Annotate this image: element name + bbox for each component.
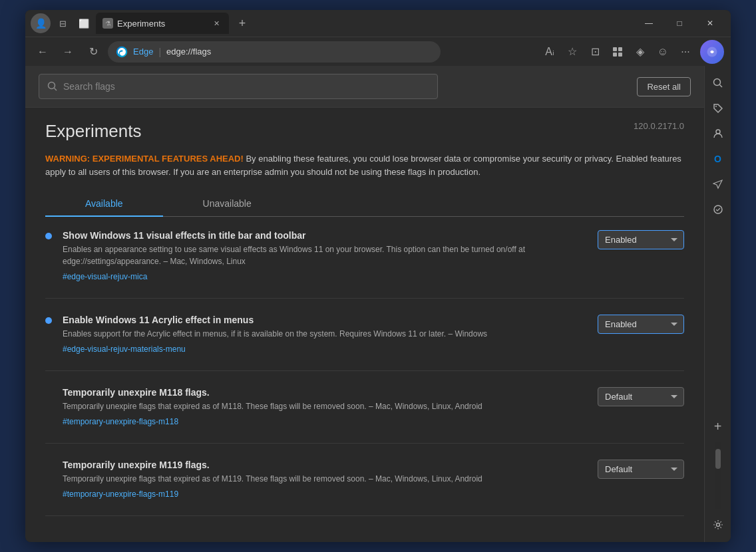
address-bar[interactable]: Edge | edge://flags <box>108 41 441 63</box>
scroll-thumb[interactable] <box>715 449 721 469</box>
version-text: 120.0.2171.0 <box>634 121 684 131</box>
new-tab-btn[interactable]: + <box>232 13 253 34</box>
collections-btn[interactable] <box>607 41 628 63</box>
flag-select-3[interactable]: DefaultEnabledDisabled <box>598 460 684 479</box>
sidebar-add-btn[interactable]: + <box>706 414 730 438</box>
address-divider: | <box>158 47 161 57</box>
flag-item: Temporarily unexpire M119 flags. Tempora… <box>45 460 684 516</box>
search-icon <box>47 81 58 92</box>
title-bar: 👤 ⊟ ⬜ ⚗ Experiments ✕ + — □ ✕ <box>25 10 731 37</box>
edge-logo-icon <box>116 46 128 58</box>
refresh-btn[interactable]: ↻ <box>83 41 104 63</box>
sidebar-messenger-btn[interactable] <box>706 198 730 221</box>
flag-link-1[interactable]: #edge-visual-rejuv-materials-menu <box>63 345 186 354</box>
page-title: Experiments <box>45 121 142 142</box>
flag-select-2[interactable]: DefaultEnabledDisabled <box>598 387 684 406</box>
page-header: Experiments 120.0.2171.0 <box>45 121 684 142</box>
right-sidebar: O + <box>704 66 731 542</box>
reset-all-btn[interactable]: Reset all <box>637 77 691 96</box>
flag-indicator-0 <box>45 233 52 239</box>
active-tab[interactable]: ⚗ Experiments ✕ <box>96 13 229 34</box>
sidebar-tag-btn[interactable] <box>706 96 730 120</box>
flag-info-0: Show Windows 11 visual effects in title … <box>63 230 587 282</box>
profile-icon[interactable]: 👤 <box>31 13 51 33</box>
flag-indicator-1 <box>45 317 52 324</box>
scroll-track <box>715 442 721 509</box>
tab-switcher-btn[interactable]: ⊟ <box>53 14 72 33</box>
flag-name-2: Temporarily unexpire M118 flags. <box>63 387 587 398</box>
flags-content: Experiments 120.0.2171.0 WARNING: EXPERI… <box>25 108 704 542</box>
svg-rect-4 <box>618 53 622 57</box>
flag-info-2: Temporarily unexpire M118 flags. Tempora… <box>63 387 587 427</box>
favorites-btn[interactable]: ☆ <box>562 41 583 63</box>
tab-close-btn[interactable]: ✕ <box>210 17 222 29</box>
flag-desc-0: Enables an appearance setting to use sam… <box>63 243 587 267</box>
search-box-container[interactable] <box>39 74 438 99</box>
svg-rect-1 <box>613 47 617 51</box>
flag-item: Enable Windows 11 Acrylic effect in menu… <box>45 315 684 371</box>
svg-point-11 <box>715 106 717 107</box>
flag-info-1: Enable Windows 11 Acrylic effect in menu… <box>63 315 587 354</box>
tab-favicon: ⚗ <box>102 18 113 29</box>
tab-unavailable[interactable]: Unavailable <box>163 192 291 217</box>
flag-indicator-2 <box>45 390 52 396</box>
flag-control-3: DefaultEnabledDisabled <box>598 460 684 479</box>
copilot-btn[interactable] <box>700 40 724 64</box>
svg-point-14 <box>716 523 719 527</box>
flag-select-0[interactable]: DefaultEnabledDisabled <box>598 230 684 249</box>
flag-desc-2: Temporarily unexpire flags that expired … <box>63 400 587 412</box>
sidebar-outlook-btn[interactable]: O <box>706 147 730 171</box>
more-tools-btn[interactable]: ··· <box>675 41 696 63</box>
minimize-btn[interactable]: — <box>634 13 664 34</box>
forward-btn[interactable]: → <box>57 41 79 63</box>
back-btn[interactable]: ← <box>32 41 53 63</box>
svg-line-10 <box>719 85 722 88</box>
read-aloud-btn[interactable]: Aᵢ <box>539 41 560 63</box>
sidebar-settings-btn[interactable] <box>706 513 730 537</box>
navigation-bar: ← → ↻ Edge | edge://flags Aᵢ <box>25 37 731 66</box>
svg-point-9 <box>713 79 720 86</box>
tab-gallery-btn[interactable]: ⬜ <box>75 14 93 33</box>
tab-label: Experiments <box>117 19 165 29</box>
address-text: edge://flags <box>166 47 211 57</box>
wallet-btn[interactable]: ◈ <box>630 41 651 63</box>
maximize-btn[interactable]: □ <box>664 13 695 34</box>
tab-available[interactable]: Available <box>45 192 163 217</box>
flag-control-1: DefaultEnabledDisabled <box>598 315 684 334</box>
flag-select-1[interactable]: DefaultEnabledDisabled <box>598 315 684 334</box>
profiles-btn[interactable]: ☺ <box>652 41 673 63</box>
svg-line-8 <box>55 88 57 91</box>
svg-point-7 <box>49 82 55 89</box>
flag-link-3[interactable]: #temporary-unexpire-flags-m119 <box>63 489 178 499</box>
search-area: Reset all <box>25 66 704 108</box>
sidebar-search-btn[interactable] <box>706 71 730 95</box>
search-input[interactable] <box>63 81 429 92</box>
flag-link-2[interactable]: #temporary-unexpire-flags-m118 <box>63 417 178 426</box>
tabs-container: Available Unavailable <box>45 192 684 217</box>
close-btn[interactable]: ✕ <box>695 13 725 34</box>
flag-name-0: Show Windows 11 visual effects in title … <box>63 230 587 241</box>
sidebar-telegram-btn[interactable] <box>706 172 730 196</box>
svg-point-6 <box>711 51 713 53</box>
svg-rect-3 <box>613 53 617 57</box>
window-controls: — □ ✕ <box>634 13 725 34</box>
edge-brand-label: Edge <box>133 47 153 57</box>
split-view-btn[interactable]: ⊡ <box>584 41 606 63</box>
sidebar-user-btn[interactable] <box>706 122 730 146</box>
flag-control-0: DefaultEnabledDisabled <box>598 230 684 249</box>
flags-page: Reset all Experiments 120.0.2171.0 WARNI… <box>25 66 704 542</box>
main-content: Reset all Experiments 120.0.2171.0 WARNI… <box>25 66 731 542</box>
browser-window: 👤 ⊟ ⬜ ⚗ Experiments ✕ + — □ ✕ ← → ↻ <box>25 10 731 542</box>
flag-name-3: Temporarily unexpire M119 flags. <box>63 460 587 470</box>
svg-point-12 <box>716 130 720 134</box>
warning-bold-text: WARNING: EXPERIMENTAL FEATURES AHEAD! <box>45 154 244 164</box>
flag-control-2: DefaultEnabledDisabled <box>598 387 684 406</box>
warning-text: WARNING: EXPERIMENTAL FEATURES AHEAD! By… <box>45 152 684 178</box>
svg-point-13 <box>714 206 722 213</box>
flag-link-0[interactable]: #edge-visual-rejuv-mica <box>63 272 147 281</box>
svg-rect-2 <box>618 47 622 51</box>
flag-item: Temporarily unexpire M118 flags. Tempora… <box>45 387 684 444</box>
flag-desc-1: Enables support for the Acrylic effect i… <box>63 328 587 340</box>
flags-list: Show Windows 11 visual effects in title … <box>45 230 684 516</box>
flag-name-1: Enable Windows 11 Acrylic effect in menu… <box>63 315 587 325</box>
